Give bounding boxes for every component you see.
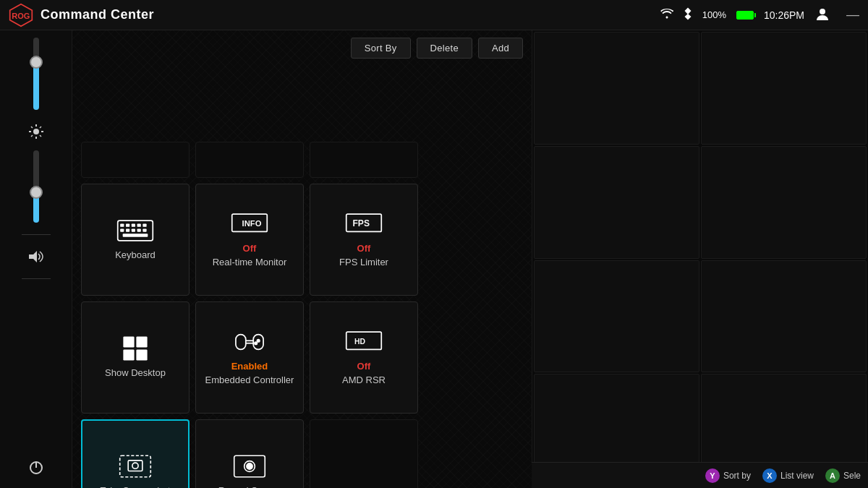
svg-point-3 (33, 129, 39, 134)
svg-point-48 (247, 463, 252, 469)
tile-fps-limiter[interactable]: FPS Off FPS Limiter (310, 184, 418, 296)
brightness-icon[interactable] (23, 119, 49, 145)
power-icon[interactable] (23, 455, 49, 481)
svg-rect-25 (142, 228, 146, 231)
tile-embedded-status: Enabled (231, 361, 268, 372)
right-panel-cell-3 (534, 146, 699, 259)
brightness-slider[interactable] (33, 150, 39, 223)
rog-logo-icon: ROG (9, 3, 33, 27)
list-view-label: List view (780, 471, 814, 481)
tile-realtime-label: Real-time Monitor (213, 257, 287, 269)
add-button[interactable]: Add (478, 38, 523, 59)
user-icon (814, 6, 830, 24)
svg-point-39 (257, 339, 259, 341)
brightness-slider-container (33, 150, 39, 223)
hd-icon: HD (345, 329, 383, 355)
tile-keyboard-label: Keyboard (115, 249, 156, 262)
tile-show-desktop[interactable]: Show Desktop (81, 301, 190, 414)
volume-slider[interactable] (33, 38, 39, 110)
toolbar: Sort By Delete Add (81, 38, 523, 59)
fps-icon: FPS (345, 211, 383, 237)
svg-marker-12 (29, 251, 37, 262)
record-icon (231, 453, 268, 479)
delete-button[interactable]: Delete (417, 38, 472, 59)
header-right: 100% 10:26PM — (660, 6, 859, 24)
tile-amd-label: AMD RSR (342, 374, 386, 387)
select-button[interactable]: A Sele (825, 468, 861, 483)
svg-rect-20 (142, 224, 146, 227)
select-label: Sele (843, 471, 861, 481)
tile-take-screenshot[interactable]: Take Screenshot (81, 419, 190, 488)
desktop-icon (116, 335, 154, 361)
tile-empty-4[interactable] (310, 419, 418, 488)
tile-empty-1[interactable] (81, 142, 190, 178)
tile-keyboard[interactable]: Keyboard (81, 184, 190, 296)
svg-point-40 (255, 342, 257, 344)
list-view-circle-icon: X (762, 468, 777, 483)
svg-rect-44 (128, 461, 142, 471)
svg-rect-21 (120, 228, 124, 231)
svg-rect-18 (132, 224, 135, 227)
battery-icon (736, 11, 754, 20)
svg-line-8 (31, 127, 33, 128)
svg-rect-34 (136, 349, 147, 360)
screenshot-icon (116, 453, 154, 479)
sidebar-divider-2 (22, 278, 51, 279)
header: ROG Command Center 100% 10:26PM — (0, 0, 868, 30)
svg-rect-35 (236, 334, 246, 349)
svg-rect-19 (137, 224, 141, 227)
svg-rect-17 (126, 224, 129, 227)
svg-point-2 (820, 9, 825, 14)
sidebar-divider (22, 234, 51, 235)
svg-text:ROG: ROG (12, 12, 30, 20)
tile-amd-status: Off (357, 361, 371, 372)
tile-record-label: Record Screen (218, 485, 281, 488)
monitor-icon: INFO (231, 211, 268, 237)
svg-text:HD: HD (354, 338, 366, 346)
tile-embedded-controller[interactable]: Enabled Embedded Controller (195, 301, 304, 414)
tile-empty-2[interactable] (195, 142, 304, 178)
tile-amd-rsr[interactable]: HD Off AMD RSR (310, 301, 418, 414)
right-panel-cell-5 (534, 260, 699, 373)
tile-fps-label: FPS Limiter (339, 257, 388, 269)
svg-rect-32 (136, 336, 147, 347)
tile-realtime-monitor[interactable]: INFO Off Real-time Monitor (195, 184, 304, 296)
app-title: Command Center (41, 7, 154, 22)
svg-line-11 (31, 135, 33, 137)
main-content: Sort By Delete Add Key (72, 30, 532, 488)
svg-text:INFO: INFO (242, 218, 262, 227)
sort-by-bottom-label: Sort by (723, 471, 751, 481)
tile-desktop-label: Show Desktop (105, 367, 166, 380)
tile-fps-status: Off (357, 243, 371, 254)
svg-point-45 (132, 463, 138, 468)
right-panel-cell-6 (701, 260, 867, 373)
tile-record-screen[interactable]: Record Screen (195, 419, 304, 488)
sort-by-bottom-button[interactable]: Y Sort by (705, 468, 751, 483)
battery-percentage: 100% (702, 9, 726, 20)
bottom-bar: Y Sort by X List view A Sele (532, 462, 868, 488)
volume-slider-container (33, 38, 39, 110)
svg-rect-16 (120, 224, 124, 227)
controller-icon (231, 329, 268, 355)
wifi-icon (660, 9, 673, 21)
right-panel-cell-2 (701, 32, 867, 145)
svg-line-9 (40, 135, 41, 137)
right-panel-cell-1 (534, 32, 699, 145)
tile-screenshot-label: Take Screenshot (101, 485, 171, 488)
tile-realtime-status: Off (243, 243, 257, 254)
tile-empty-3[interactable] (310, 142, 418, 178)
svg-rect-24 (137, 228, 141, 231)
svg-rect-26 (123, 234, 148, 236)
list-view-button[interactable]: X List view (762, 468, 814, 483)
svg-rect-31 (123, 336, 134, 347)
svg-rect-22 (126, 228, 129, 231)
right-panel-cell-4 (701, 146, 867, 259)
svg-rect-23 (132, 228, 135, 231)
clock: 10:26PM (764, 9, 804, 21)
volume-icon[interactable] (23, 244, 49, 270)
minimize-button[interactable]: — (846, 7, 859, 22)
svg-line-10 (40, 127, 41, 128)
svg-text:FPS: FPS (352, 218, 370, 228)
sort-by-button[interactable]: Sort By (351, 38, 411, 59)
keyboard-icon (116, 218, 154, 244)
